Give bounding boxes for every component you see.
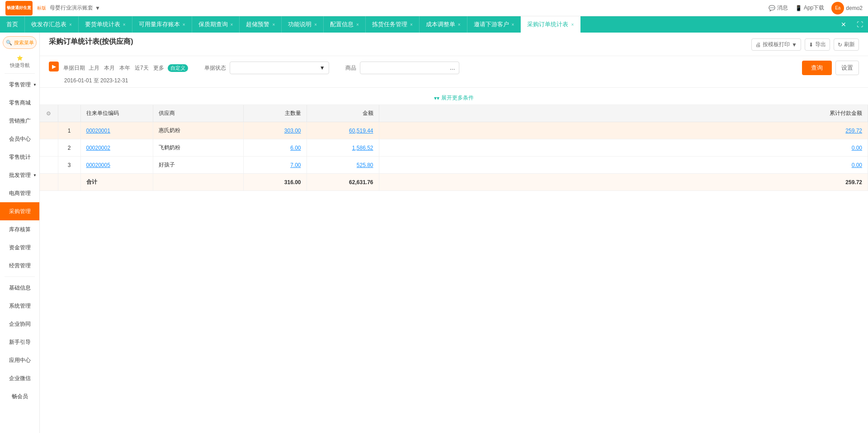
user-profile[interactable]: Ea demo2 bbox=[831, 2, 863, 14]
nav-fullscreen-btn[interactable]: ⛶ bbox=[852, 16, 868, 33]
close-tab-config-info[interactable]: × bbox=[356, 22, 359, 27]
date-shortcut-7days[interactable]: 近7天 bbox=[134, 64, 150, 72]
table-row[interactable]: 3 00020005 好孩子 7.00 525.80 0.00 bbox=[40, 157, 868, 174]
sidebar-item-new-guide[interactable]: 新手引导 bbox=[0, 333, 39, 351]
th-supplier: 供应商 bbox=[153, 105, 243, 122]
status-select[interactable]: ▼ bbox=[230, 62, 329, 74]
tab-purchase-stats[interactable]: 采购订单统计表 × bbox=[521, 16, 580, 33]
sidebar-item-retail[interactable]: 零售管理 bbox=[0, 76, 39, 94]
refresh-btn[interactable]: ↻ 刷新 bbox=[834, 38, 859, 51]
sidebar-item-operation[interactable]: 经营管理 bbox=[0, 257, 39, 275]
tab-cost-adj[interactable]: 成本调整单 × bbox=[420, 16, 467, 33]
date-custom-badge[interactable]: 自定义 bbox=[168, 64, 188, 72]
close-tab-cost-adj[interactable]: × bbox=[458, 22, 461, 27]
tab-receive[interactable]: 收发存汇总表 × bbox=[25, 16, 79, 33]
th-qty: 主数量 bbox=[243, 105, 307, 122]
sidebar-quick-nav-btn[interactable]: ⭐ 快捷导航 bbox=[0, 52, 39, 71]
sidebar-item-enterprise[interactable]: 企业协同 bbox=[0, 315, 39, 333]
top-bar: 畅捷通好生意 标版 母婴行业演示账套 ▼ 💬 消息 📱 App下载 Ea dem… bbox=[0, 0, 868, 16]
sidebar-item-basic-info[interactable]: 基础信息 bbox=[0, 279, 39, 297]
table-row[interactable]: 1 00020001 惠氏奶粉 303.00 60,519.44 259.72 bbox=[40, 122, 868, 139]
export-btn[interactable]: ⬇ 导出 bbox=[805, 38, 830, 51]
amount-link-2[interactable]: 1,586.52 bbox=[352, 145, 373, 151]
sidebar-item-retail-shop[interactable]: 零售商城 bbox=[0, 94, 39, 112]
date-shortcut-this-month[interactable]: 本月 bbox=[103, 64, 116, 72]
sidebar-item-finance[interactable]: 资金管理 bbox=[0, 238, 39, 257]
table-row[interactable]: 2 00020002 飞鹤奶粉 6.00 1,586.52 0.00 bbox=[40, 139, 868, 157]
qty-link-2[interactable]: 6.00 bbox=[290, 145, 301, 151]
sidebar-item-app-center[interactable]: 应用中心 bbox=[0, 351, 39, 369]
close-tab-available-stock[interactable]: × bbox=[183, 22, 185, 27]
content-area: 采购订单统计表(按供应商) 🖨 按模板打印 ▼ ⬇ 导出 ↻ 刷新 bbox=[40, 33, 868, 433]
search-menu-btn[interactable]: 🔍 搜索菜单 bbox=[3, 36, 37, 49]
sidebar-item-ecommerce[interactable]: 电商管理 bbox=[0, 184, 39, 202]
code-link-3[interactable]: 00020005 bbox=[86, 162, 110, 168]
table-header: ⚙ 往来单位编码 供应商 主数量 金额 bbox=[40, 105, 868, 122]
sidebar-item-marketing[interactable]: 营销推广 bbox=[0, 112, 39, 130]
cell-supplier-1: 惠氏奶粉 bbox=[153, 122, 243, 139]
cell-supplier-3: 好孩子 bbox=[153, 157, 243, 174]
qty-link-3[interactable]: 7.00 bbox=[290, 162, 301, 168]
workspace-selector[interactable]: 母婴行业演示账套 ▼ bbox=[50, 4, 100, 12]
app-download-btn[interactable]: 📱 App下载 bbox=[795, 4, 824, 12]
close-tab-receive[interactable]: × bbox=[69, 22, 72, 27]
column-settings-icon[interactable]: ⚙ bbox=[46, 110, 51, 117]
sidebar-item-system[interactable]: 系统管理 bbox=[0, 297, 39, 315]
sidebar-item-wholesale[interactable]: 批发管理 bbox=[0, 166, 39, 184]
amount-link-1[interactable]: 60,519.44 bbox=[349, 128, 373, 134]
date-shortcut-last-month[interactable]: 上月 bbox=[88, 64, 100, 72]
code-link-1[interactable]: 00020001 bbox=[86, 128, 110, 134]
th-paid: 累计付款金额 bbox=[379, 105, 868, 122]
paid-link-3[interactable]: 0.00 bbox=[852, 162, 862, 168]
qty-link-1[interactable]: 303.00 bbox=[284, 128, 301, 134]
nav-close-btn[interactable]: ✕ bbox=[835, 16, 852, 33]
th-amount: 金额 bbox=[307, 105, 379, 122]
footer-label: 合计 bbox=[80, 174, 153, 191]
nav-controls: ✕ ⛶ bbox=[835, 16, 868, 33]
close-tab-order-stats[interactable]: × bbox=[123, 22, 126, 27]
close-tab-purchase-stats[interactable]: × bbox=[571, 22, 574, 27]
th-index bbox=[58, 105, 80, 122]
sidebar-item-purchase[interactable]: 采购管理 bbox=[0, 202, 39, 220]
tab-pick-task[interactable]: 拣货任务管理 × bbox=[366, 16, 420, 33]
date-range-display: 2016-01-01 至 2023-12-31 bbox=[64, 77, 859, 85]
close-tab-expiry-query[interactable]: × bbox=[231, 22, 233, 27]
sidebar-item-inventory[interactable]: 库存核算 bbox=[0, 220, 39, 238]
th-code: 往来单位编码 bbox=[80, 105, 153, 122]
close-tab-func-desc[interactable]: × bbox=[314, 22, 317, 27]
page-header-actions: 🖨 按模板打印 ▼ ⬇ 导出 ↻ 刷新 bbox=[751, 38, 859, 51]
expand-more-btn[interactable]: ▾▾ 展开更多条件 bbox=[434, 94, 474, 102]
date-shortcut-this-year[interactable]: 本年 bbox=[118, 64, 131, 72]
amount-link-3[interactable]: 525.80 bbox=[357, 162, 373, 168]
tab-order-stats[interactable]: 要货单统计表 × bbox=[79, 16, 132, 33]
footer-supplier bbox=[153, 174, 243, 191]
th-settings: ⚙ bbox=[40, 105, 58, 122]
nav-tabs: 首页 收发存汇总表 × 要货单统计表 × 可用量库存账本 × 保质期查询 × 超… bbox=[0, 16, 868, 33]
query-button[interactable]: 查询 bbox=[802, 61, 832, 75]
tab-over-stock[interactable]: 超储预警 × bbox=[240, 16, 282, 33]
tab-invite-downstream[interactable]: 邀请下游客户 × bbox=[467, 16, 521, 33]
tab-expiry-query[interactable]: 保质期查询 × bbox=[192, 16, 240, 33]
tab-available-stock[interactable]: 可用量库存账本 × bbox=[132, 16, 192, 33]
table-wrapper: ⚙ 往来单位编码 供应商 主数量 金额 bbox=[40, 105, 868, 433]
settings-button[interactable]: 设置 bbox=[835, 61, 859, 75]
filter-form: 单据日期 上月 本月 本年 近7天 更多 自定义 单据状态 bbox=[63, 61, 859, 85]
close-tab-pick-task[interactable]: × bbox=[410, 22, 413, 27]
product-select[interactable]: … bbox=[360, 62, 459, 74]
code-link-2[interactable]: 00020002 bbox=[86, 145, 110, 151]
tab-func-desc[interactable]: 功能说明 × bbox=[282, 16, 324, 33]
sidebar-item-member2[interactable]: 畅会员 bbox=[0, 387, 39, 405]
tab-home[interactable]: 首页 bbox=[0, 16, 25, 33]
date-shortcut-more[interactable]: 更多 bbox=[152, 64, 165, 72]
close-tab-invite-downstream[interactable]: × bbox=[512, 22, 514, 27]
tab-config-info[interactable]: 配置信息 × bbox=[324, 16, 366, 33]
filter-toggle-btn[interactable]: ▶ bbox=[49, 62, 59, 71]
paid-link-2[interactable]: 0.00 bbox=[852, 145, 862, 151]
close-tab-over-stock[interactable]: × bbox=[272, 22, 275, 27]
sidebar-item-member[interactable]: 会员中心 bbox=[0, 130, 39, 148]
sidebar-item-wechat[interactable]: 企业微信 bbox=[0, 369, 39, 387]
message-btn[interactable]: 💬 消息 bbox=[769, 4, 788, 12]
sidebar-item-retail-stats[interactable]: 零售统计 bbox=[0, 148, 39, 166]
paid-link-1[interactable]: 259.72 bbox=[845, 128, 862, 134]
print-template-btn[interactable]: 🖨 按模板打印 ▼ bbox=[751, 38, 801, 51]
